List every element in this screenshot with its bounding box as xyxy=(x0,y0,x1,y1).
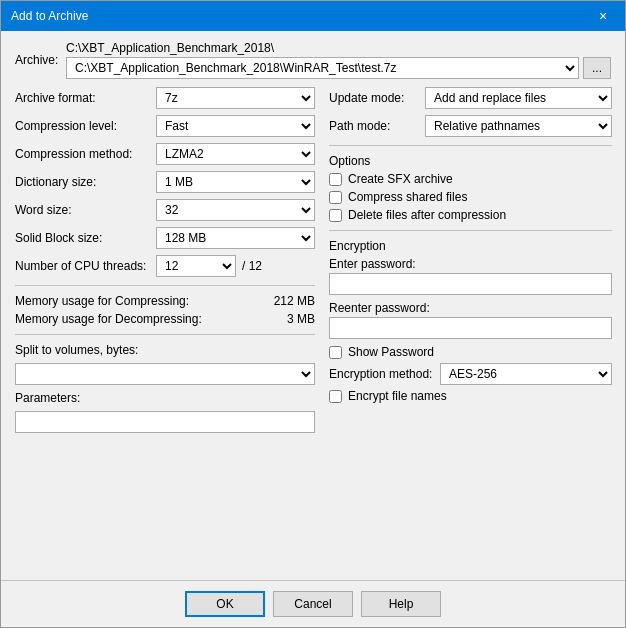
params-label: Parameters: xyxy=(15,391,315,405)
ok-button[interactable]: OK xyxy=(185,591,265,617)
path-mode-select[interactable]: Relative pathnames Full pathnames No pat… xyxy=(425,115,612,137)
cancel-button[interactable]: Cancel xyxy=(273,591,353,617)
archive-label: Archive: xyxy=(15,53,60,67)
path-row: C:\XBT_Application_Benchmark_2018\WinRAR… xyxy=(66,57,611,79)
compress-shared-row: Compress shared files xyxy=(329,190,612,204)
enter-password-label: Enter password: xyxy=(329,257,612,271)
right-panel: Update mode: Add and replace files Add a… xyxy=(329,87,612,437)
cpu-threads-label: Number of CPU threads: xyxy=(15,259,150,273)
compress-shared-checkbox[interactable] xyxy=(329,191,342,204)
update-mode-label: Update mode: xyxy=(329,91,419,105)
archive-path-select[interactable]: C:\XBT_Application_Benchmark_2018\WinRAR… xyxy=(66,57,579,79)
cpu-threads-select[interactable]: 1246812 xyxy=(156,255,236,277)
compression-level-label: Compression level: xyxy=(15,119,150,133)
create-sfx-row: Create SFX archive xyxy=(329,172,612,186)
reenter-password-label: Reenter password: xyxy=(329,301,612,315)
close-button[interactable]: × xyxy=(591,6,615,26)
enc-method-select[interactable]: AES-256 xyxy=(440,363,612,385)
memory-decompress-label: Memory usage for Decompressing: xyxy=(15,312,202,326)
split-label: Split to volumes, bytes: xyxy=(15,343,315,357)
memory-compress-value: 212 MB xyxy=(274,294,315,308)
options-title: Options xyxy=(329,154,612,168)
dialog-window: Add to Archive × Archive: C:\XBT_Applica… xyxy=(0,0,626,628)
path-mode-label: Path mode: xyxy=(329,119,419,133)
word-size-row: Word size: 8163264 xyxy=(15,199,315,221)
word-size-select[interactable]: 8163264 xyxy=(156,199,315,221)
enter-password-input[interactable] xyxy=(329,273,612,295)
encrypt-names-row: Encrypt file names xyxy=(329,389,612,403)
split-row: Split to volumes, bytes: xyxy=(15,343,315,385)
delete-after-label[interactable]: Delete files after compression xyxy=(348,208,506,222)
show-password-row: Show Password xyxy=(329,345,612,359)
memory-compress-row: Memory usage for Compressing: 212 MB xyxy=(15,294,315,308)
split-select[interactable] xyxy=(15,363,315,385)
word-size-label: Word size: xyxy=(15,203,150,217)
compression-level-select[interactable]: StoreFastestFastNormalGoodBest xyxy=(156,115,315,137)
create-sfx-label[interactable]: Create SFX archive xyxy=(348,172,453,186)
path-mode-row: Path mode: Relative pathnames Full pathn… xyxy=(329,115,612,137)
compress-shared-label[interactable]: Compress shared files xyxy=(348,190,467,204)
encrypt-names-checkbox[interactable] xyxy=(329,390,342,403)
create-sfx-checkbox[interactable] xyxy=(329,173,342,186)
delete-after-row: Delete files after compression xyxy=(329,208,612,222)
dictionary-size-row: Dictionary size: 1 MB2 MB4 MB xyxy=(15,171,315,193)
left-panel: Archive format: 7zRARZIPTAR Compression … xyxy=(15,87,315,437)
cpu-threads-row: Number of CPU threads: 1246812 / 12 xyxy=(15,255,315,277)
compression-method-row: Compression method: LZMA2LZMAPPMd xyxy=(15,143,315,165)
archive-row: Archive: C:\XBT_Application_Benchmark_20… xyxy=(15,41,611,79)
main-content: Archive format: 7zRARZIPTAR Compression … xyxy=(15,87,611,437)
params-input[interactable] xyxy=(15,411,315,433)
enc-method-row: Encryption method: AES-256 xyxy=(329,363,612,385)
title-bar: Add to Archive × xyxy=(1,1,625,31)
dialog-title: Add to Archive xyxy=(11,9,88,23)
help-button[interactable]: Help xyxy=(361,591,441,617)
compression-level-row: Compression level: StoreFastestFastNorma… xyxy=(15,115,315,137)
archive-format-select[interactable]: 7zRARZIPTAR xyxy=(156,87,315,109)
archive-format-label: Archive format: xyxy=(15,91,150,105)
dialog-body: Archive: C:\XBT_Application_Benchmark_20… xyxy=(1,31,625,580)
update-mode-row: Update mode: Add and replace files Add a… xyxy=(329,87,612,109)
archive-format-row: Archive format: 7zRARZIPTAR xyxy=(15,87,315,109)
archive-path-stack: C:\XBT_Application_Benchmark_2018\ C:\XB… xyxy=(66,41,611,79)
solid-block-select[interactable]: 16 MB32 MB64 MB128 MB xyxy=(156,227,315,249)
delete-after-checkbox[interactable] xyxy=(329,209,342,222)
browse-button[interactable]: ... xyxy=(583,57,611,79)
memory-compress-label: Memory usage for Compressing: xyxy=(15,294,189,308)
compression-method-select[interactable]: LZMA2LZMAPPMd xyxy=(156,143,315,165)
solid-block-row: Solid Block size: 16 MB32 MB64 MB128 MB xyxy=(15,227,315,249)
static-path: C:\XBT_Application_Benchmark_2018\ xyxy=(66,41,611,55)
footer: OK Cancel Help xyxy=(1,580,625,627)
dictionary-size-label: Dictionary size: xyxy=(15,175,150,189)
params-section: Parameters: xyxy=(15,391,315,433)
show-password-label[interactable]: Show Password xyxy=(348,345,434,359)
reenter-password-input[interactable] xyxy=(329,317,612,339)
solid-block-label: Solid Block size: xyxy=(15,231,150,245)
compression-method-label: Compression method: xyxy=(15,147,150,161)
dictionary-size-select[interactable]: 1 MB2 MB4 MB xyxy=(156,171,315,193)
show-password-checkbox[interactable] xyxy=(329,346,342,359)
enc-method-label: Encryption method: xyxy=(329,367,434,381)
memory-decompress-row: Memory usage for Decompressing: 3 MB xyxy=(15,312,315,326)
memory-decompress-value: 3 MB xyxy=(287,312,315,326)
encrypt-names-label[interactable]: Encrypt file names xyxy=(348,389,447,403)
cpu-threads-total: / 12 xyxy=(242,259,262,273)
encryption-title: Encryption xyxy=(329,239,612,253)
update-mode-select[interactable]: Add and replace files Add and update fil… xyxy=(425,87,612,109)
